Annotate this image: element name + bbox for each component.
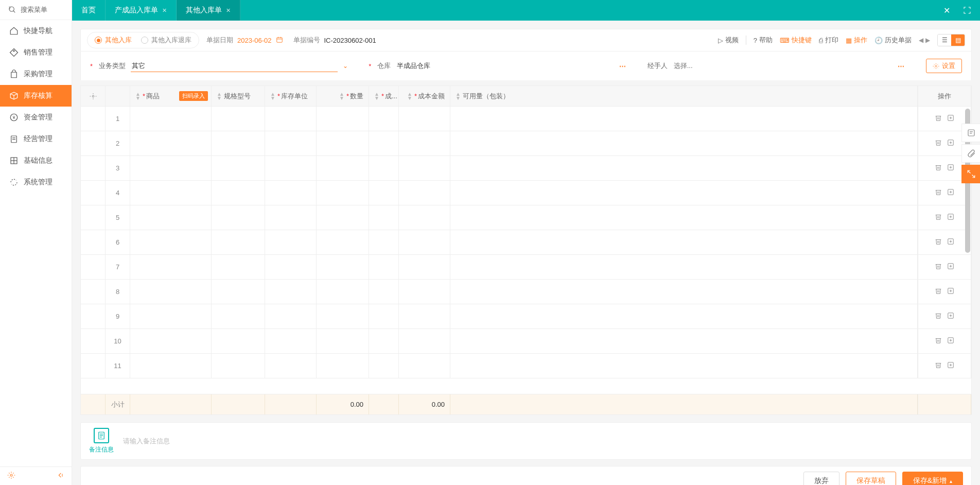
history-link[interactable]: 🕘历史单据	[874, 36, 912, 45]
table-row[interactable]: 1	[81, 107, 971, 131]
td-qty[interactable]	[317, 304, 369, 328]
td-unit[interactable]	[265, 205, 317, 230]
td-cost[interactable]	[369, 205, 399, 230]
td-amount[interactable]	[399, 131, 450, 155]
th-spec[interactable]: ▲▼ 规格型号	[212, 86, 265, 106]
next-arrow-icon[interactable]: ▶	[925, 37, 930, 44]
float-note-button[interactable]	[961, 124, 980, 142]
td-amount[interactable]	[399, 255, 450, 279]
th-unit[interactable]: ▲▼ *库存单位	[265, 86, 317, 106]
close-all-button[interactable]: ✕	[939, 3, 954, 18]
view-list-button[interactable]: ☰	[938, 34, 951, 46]
fullscreen-button[interactable]	[959, 3, 975, 18]
add-row-icon[interactable]	[947, 337, 954, 345]
td-unit[interactable]	[265, 304, 317, 328]
add-row-icon[interactable]	[947, 164, 954, 172]
td-spec[interactable]	[212, 304, 265, 328]
td-avail[interactable]	[450, 181, 918, 205]
td-amount[interactable]	[399, 156, 450, 180]
td-unit[interactable]	[265, 156, 317, 180]
delete-row-icon[interactable]	[935, 337, 942, 345]
td-unit[interactable]	[265, 280, 317, 304]
td-qty[interactable]	[317, 280, 369, 304]
td-spec[interactable]	[212, 205, 265, 230]
td-amount[interactable]	[399, 304, 450, 328]
biztype-input[interactable]	[131, 60, 338, 72]
table-row[interactable]: 7	[81, 255, 971, 280]
td-spec[interactable]	[212, 354, 265, 378]
float-expand-button[interactable]	[961, 165, 980, 183]
td-avail[interactable]	[450, 131, 918, 155]
td-qty[interactable]	[317, 354, 369, 378]
td-cost[interactable]	[369, 354, 399, 378]
prev-arrow-icon[interactable]: ◀	[919, 37, 923, 44]
td-avail[interactable]	[450, 255, 918, 279]
operate-link[interactable]: ▦操作	[846, 36, 867, 45]
float-attachment-button[interactable]	[961, 144, 980, 163]
td-avail[interactable]	[450, 205, 918, 230]
nav-system[interactable]: 系统管理	[0, 171, 72, 193]
discard-button[interactable]: 放弃	[803, 472, 839, 485]
doc-date-value[interactable]: 2023-06-02	[237, 37, 272, 44]
nav-business[interactable]: 经营管理	[0, 128, 72, 150]
td-amount[interactable]	[399, 280, 450, 304]
delete-row-icon[interactable]	[935, 238, 942, 247]
table-row[interactable]: 4	[81, 181, 971, 205]
close-icon[interactable]: ✕	[226, 7, 231, 14]
add-row-icon[interactable]	[947, 238, 954, 247]
td-cost[interactable]	[369, 181, 399, 205]
td-product[interactable]	[130, 255, 212, 279]
td-product[interactable]	[130, 181, 212, 205]
td-cost[interactable]	[369, 280, 399, 304]
add-row-icon[interactable]	[947, 312, 954, 321]
td-avail[interactable]	[450, 329, 918, 353]
td-unit[interactable]	[265, 255, 317, 279]
table-row[interactable]: 5	[81, 205, 971, 230]
td-amount[interactable]	[399, 181, 450, 205]
td-product[interactable]	[130, 280, 212, 304]
table-row[interactable]: 3	[81, 156, 971, 181]
td-unit[interactable]	[265, 181, 317, 205]
td-qty[interactable]	[317, 131, 369, 155]
td-spec[interactable]	[212, 230, 265, 254]
td-unit[interactable]	[265, 107, 317, 131]
collapse-icon[interactable]	[56, 471, 64, 481]
delete-row-icon[interactable]	[935, 361, 942, 370]
more-icon[interactable]: ⋯	[619, 62, 627, 70]
video-link[interactable]: ▷视频	[718, 36, 739, 45]
td-qty[interactable]	[317, 181, 369, 205]
radio-other-return[interactable]: 其他入库退库	[141, 36, 191, 45]
td-unit[interactable]	[265, 131, 317, 155]
add-row-icon[interactable]	[947, 114, 954, 123]
nav-quicknav[interactable]: 快捷导航	[0, 20, 72, 42]
td-qty[interactable]	[317, 205, 369, 230]
td-product[interactable]	[130, 156, 212, 180]
view-form-button[interactable]: ▤	[951, 34, 965, 46]
scan-input-button[interactable]: 扫码录入	[179, 91, 208, 101]
add-row-icon[interactable]	[947, 139, 954, 148]
table-row[interactable]: 8	[81, 280, 971, 304]
chevron-down-icon[interactable]: ⌄	[343, 62, 348, 70]
add-row-icon[interactable]	[947, 361, 954, 370]
td-product[interactable]	[130, 205, 212, 230]
save-draft-button[interactable]: 保存草稿	[846, 472, 896, 485]
td-spec[interactable]	[212, 156, 265, 180]
help-link[interactable]: ?帮助	[754, 36, 773, 45]
warehouse-input[interactable]	[396, 60, 614, 72]
delete-row-icon[interactable]	[935, 263, 942, 271]
more-icon[interactable]: ⋯	[898, 62, 905, 70]
delete-row-icon[interactable]	[935, 188, 942, 197]
td-unit[interactable]	[265, 230, 317, 254]
td-cost[interactable]	[369, 107, 399, 131]
th-gear[interactable]	[81, 86, 106, 106]
add-row-icon[interactable]	[947, 188, 954, 197]
delete-row-icon[interactable]	[935, 164, 942, 172]
td-product[interactable]	[130, 304, 212, 328]
td-avail[interactable]	[450, 304, 918, 328]
td-qty[interactable]	[317, 230, 369, 254]
add-row-icon[interactable]	[947, 213, 954, 222]
delete-row-icon[interactable]	[935, 287, 942, 296]
td-qty[interactable]	[317, 107, 369, 131]
td-spec[interactable]	[212, 131, 265, 155]
print-link[interactable]: ⎙打印	[819, 36, 838, 45]
